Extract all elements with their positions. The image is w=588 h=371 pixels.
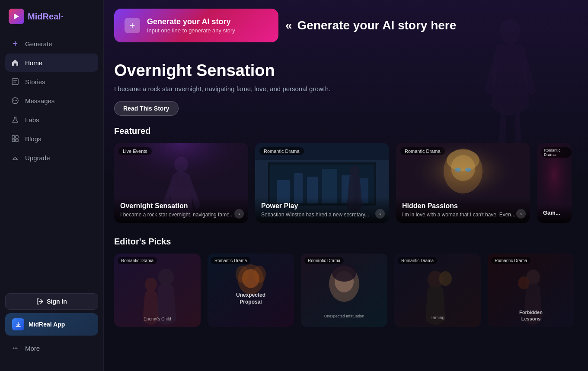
- editors-picks-section: Editor's Picks: [114, 237, 578, 327]
- nav-section: + Generate Home Stories: [0, 35, 103, 288]
- more-item[interactable]: More: [5, 339, 98, 357]
- logo-text: MidReal·: [28, 12, 63, 22]
- card-desc-2: Sebastian Winston has hired a new secret…: [261, 212, 383, 218]
- svg-point-43: [145, 278, 157, 292]
- sidebar-item-generate[interactable]: + Generate: [5, 35, 98, 53]
- app-download-icon: [12, 318, 24, 330]
- svg-point-4: [13, 100, 14, 101]
- more-icon: [10, 343, 20, 353]
- svg-rect-11: [16, 139, 18, 142]
- home-icon: [10, 58, 20, 67]
- card-overlay-4: Gam...: [537, 204, 572, 223]
- taming-bg: Taming: [394, 254, 481, 327]
- svg-point-37: [465, 168, 471, 172]
- editor-card-unexpected-proposal[interactable]: Unexpected Proposal Romantic Drama: [208, 254, 294, 327]
- upgrade-icon: [10, 153, 20, 162]
- sidebar-item-home[interactable]: Home: [5, 54, 98, 72]
- svg-point-5: [15, 100, 16, 101]
- logo-area: MidReal·: [0, 9, 103, 35]
- featured-card-hiddenpassions[interactable]: Romantic Drama Hidden Passions I'm in lo…: [396, 143, 530, 223]
- generate-text-block: Generate your AI story Input one line to…: [147, 17, 235, 34]
- editor-card-enemies-child[interactable]: Enemy's Child Romantic Drama: [114, 254, 201, 327]
- svg-text:Proposal: Proposal: [240, 299, 262, 305]
- svg-point-35: [447, 149, 479, 171]
- editor-badge-4: Romantic Drama: [398, 257, 437, 264]
- svg-point-48: [236, 266, 249, 283]
- svg-text:Lessons: Lessons: [521, 316, 541, 321]
- svg-text:Unexpected: Unexpected: [236, 292, 265, 298]
- svg-point-49: [253, 266, 266, 283]
- card-arrow-icon-3: ›: [516, 209, 526, 219]
- editor-badge-2: Romantic Drama: [211, 257, 250, 264]
- svg-point-14: [15, 348, 16, 349]
- sidebar: MidReal· + Generate Home: [0, 0, 104, 371]
- svg-point-36: [455, 168, 461, 172]
- featured-section: Featured: [114, 126, 578, 223]
- card-title-4: Gam...: [543, 209, 566, 216]
- sidebar-item-upgrade[interactable]: Upgrade: [5, 149, 98, 167]
- plus-icon: +: [10, 39, 20, 48]
- forbidden-bg: Forbidden Lessons: [488, 254, 574, 327]
- svg-point-59: [439, 271, 452, 286]
- svg-point-13: [13, 348, 14, 349]
- featured-section-title: Featured: [114, 126, 578, 136]
- card-overlay: Overnight Sensation I became a rock star…: [114, 197, 248, 223]
- svg-point-42: [158, 269, 174, 286]
- editor-badge-3: Romantic Drama: [304, 257, 344, 264]
- midreal-app-button[interactable]: MidReal App: [5, 313, 98, 336]
- editor-badge-1: Romantic Drama: [118, 257, 157, 264]
- svg-rect-0: [12, 79, 18, 85]
- romantic-drama-badge-4: Romantic Drama: [541, 147, 572, 158]
- editors-cards-row: Enemy's Child Romantic Drama: [114, 254, 578, 327]
- sidebar-item-messages[interactable]: Messages: [5, 92, 98, 110]
- sidebar-item-stories[interactable]: Stories: [5, 73, 98, 91]
- generate-plus-icon: +: [125, 18, 140, 33]
- editor-card-infatuation[interactable]: Unexpected Infatuation Romantic Drama: [301, 254, 387, 327]
- featured-story-title: Overnight Sensation: [114, 61, 578, 80]
- editor-card-forbidden[interactable]: Forbidden Lessons Romantic Drama: [488, 254, 574, 327]
- featured-card-powerplay[interactable]: Romantic Drama Power Play Sebastian Wins…: [255, 143, 389, 223]
- svg-point-15: [16, 348, 18, 349]
- svg-text:Taming: Taming: [431, 315, 444, 320]
- svg-point-6: [16, 100, 17, 101]
- svg-text:Unexpected Infatuation: Unexpected Infatuation: [324, 314, 364, 318]
- sidebar-item-blogs[interactable]: Blogs: [5, 130, 98, 148]
- blogs-icon: [10, 134, 20, 143]
- card-overlay-2: Power Play Sebastian Winston has hired a…: [255, 197, 389, 223]
- svg-text:Enemy's Child: Enemy's Child: [144, 317, 171, 321]
- editor-badge-5: Romantic Drama: [491, 257, 530, 264]
- svg-rect-10: [12, 139, 15, 142]
- romantic-drama-badge-2: Romantic Drama: [259, 147, 304, 155]
- labs-icon: [10, 115, 20, 124]
- chevrons-icon: «: [285, 19, 292, 32]
- live-events-badge: Live Events: [118, 147, 152, 155]
- editors-section-title: Editor's Picks: [114, 237, 578, 247]
- infatuation-bg: Unexpected Infatuation: [301, 254, 387, 327]
- card-title: Overnight Sensation: [120, 202, 242, 210]
- card-arrow-icon-2: ›: [375, 209, 385, 219]
- read-story-button[interactable]: Read This Story: [114, 101, 179, 116]
- sign-in-button[interactable]: Sign In: [5, 293, 98, 310]
- svg-text:Forbidden: Forbidden: [519, 310, 543, 315]
- svg-rect-8: [12, 136, 15, 138]
- logo-icon: [9, 9, 24, 24]
- card-overlay-3: Hidden Passions I'm in love with a woman…: [396, 197, 530, 223]
- sidebar-bottom: Sign In MidReal App More: [0, 288, 103, 362]
- messages-icon: [10, 96, 20, 105]
- featured-story-description: I became a rock star overnight, navigati…: [114, 85, 578, 92]
- scrollable-content: + Generate your AI story Input one line …: [104, 0, 588, 336]
- svg-rect-9: [16, 136, 18, 138]
- generate-card[interactable]: + Generate your AI story Input one line …: [114, 9, 278, 42]
- card-title-2: Power Play: [261, 202, 383, 210]
- svg-point-55: [332, 264, 356, 282]
- unexpected-proposal-bg: Unexpected Proposal: [208, 254, 294, 327]
- story-hero-section: Overnight Sensation I became a rock star…: [114, 53, 578, 126]
- romantic-drama-badge-3: Romantic Drama: [400, 147, 445, 155]
- sidebar-item-labs[interactable]: Labs: [5, 111, 98, 129]
- card-title-3: Hidden Passions: [402, 202, 524, 210]
- card-arrow-icon: ›: [234, 209, 244, 219]
- editor-card-taming[interactable]: Taming Romantic Drama: [394, 254, 481, 327]
- featured-card-partial[interactable]: Romantic Drama Gam...: [537, 143, 572, 223]
- enemies-child-bg: Enemy's Child: [114, 254, 201, 327]
- featured-card-overnight[interactable]: Live Events Overnight Sensation I became…: [114, 143, 248, 223]
